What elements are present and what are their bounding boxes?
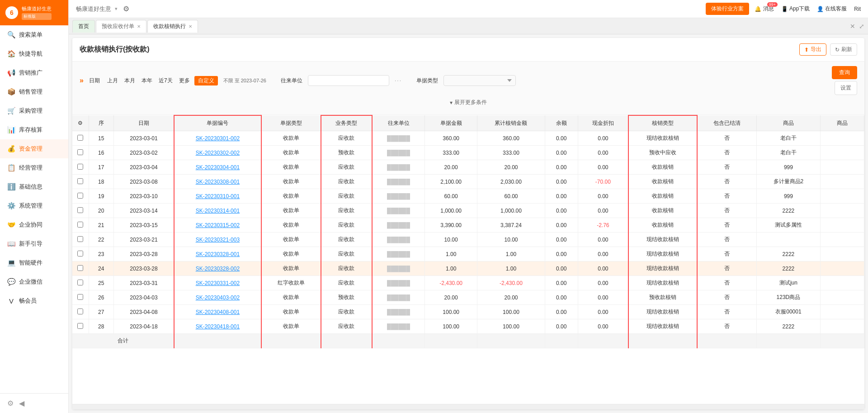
industry-solution-button[interactable]: 体验行业方案 (706, 3, 749, 15)
table-row[interactable]: 22 2023-03-21 SK-20230321-003 收款单 应收款 ██… (72, 233, 864, 247)
filter-this-year[interactable]: 本年 (140, 76, 154, 85)
table-row[interactable]: 26 2023-04-03 SK-20230403-002 收款单 预收款 ██… (72, 290, 864, 305)
tab-close-all-icon[interactable]: ✕ (850, 23, 855, 30)
tab-prepay-close[interactable]: ✕ (137, 24, 141, 29)
table-row[interactable]: 16 2023-03-02 SK-20230302-002 收款单 预收款 ██… (72, 146, 864, 160)
export-button[interactable]: ⬆ 导出 (799, 43, 826, 56)
refresh-button[interactable]: ↻ 刷新 (830, 43, 857, 56)
filter-dots[interactable]: ··· (395, 77, 402, 84)
td-discount: 0.00 (578, 305, 628, 319)
voucher-no-link[interactable]: SK-20230321-003 (196, 237, 240, 243)
table-row[interactable]: 24 2023-03-28 SK-20230328-002 收款单 应收款 ██… (72, 261, 864, 276)
tab-home[interactable]: 首页 (72, 20, 95, 33)
voucher-no-link[interactable]: SK-20230308-001 (196, 179, 240, 185)
voucher-no-link[interactable]: SK-20230310-001 (196, 193, 240, 199)
td-checkbox[interactable] (72, 305, 89, 319)
service-icon: 👤 (817, 6, 824, 12)
sidebar-item-wechat[interactable]: 💬企业微信 (0, 272, 68, 291)
sidebar-item-operation[interactable]: 📋经营管理 (0, 158, 68, 177)
td-checkbox[interactable] (72, 160, 89, 175)
settings-icon[interactable]: ⚙ (7, 399, 14, 408)
td-checkbox[interactable] (72, 204, 89, 218)
sidebar-item-finance[interactable]: 💰资金管理 (0, 139, 68, 158)
voucher-no-link[interactable]: SK-20230328-001 (196, 251, 240, 257)
voucher-no-link[interactable]: SK-20230328-002 (196, 266, 240, 272)
sidebar-item-label: 销售管理 (19, 88, 42, 96)
message-button[interactable]: 🔔 消息 99+ (755, 5, 774, 13)
filter-7days[interactable]: 近7天 (157, 76, 175, 85)
voucher-no-link[interactable]: SK-20230408-001 (196, 309, 240, 315)
td-checkbox[interactable] (72, 218, 89, 233)
table-row[interactable]: 23 2023-03-28 SK-20230328-001 收款单 应收款 ██… (72, 247, 864, 261)
sidebar-item-enterprise[interactable]: 🤝企业协同 (0, 215, 68, 234)
table-row[interactable]: 20 2023-03-14 SK-20230314-001 收款单 应收款 ██… (72, 204, 864, 218)
query-button[interactable]: 查询 (832, 66, 857, 79)
td-checkbox[interactable] (72, 276, 89, 290)
filter-last-month[interactable]: 上月 (105, 76, 120, 85)
tab-collection-close[interactable]: ✕ (189, 24, 192, 29)
td-checkbox[interactable] (72, 319, 89, 334)
sidebar-item-basic[interactable]: ℹ️基础信息 (0, 177, 68, 196)
voucher-no-link[interactable]: SK-20230331-002 (196, 280, 240, 286)
topbar-gear-icon[interactable]: ⚙ (123, 5, 129, 13)
table-row[interactable]: 21 2023-03-15 SK-20230315-002 收款单 应收款 ██… (72, 218, 864, 233)
filter-custom[interactable]: 自定义 (194, 76, 218, 85)
tab-collection[interactable]: 收款核销执行 ✕ (147, 20, 198, 33)
td-partner: ██████ (372, 233, 425, 247)
online-service-button[interactable]: 👤 在线客服 (817, 5, 847, 13)
filter-voucher-type-select[interactable] (443, 75, 516, 86)
footer-goods (756, 334, 820, 348)
sidebar-item-quicknav[interactable]: 🏠快捷导航 (0, 44, 68, 63)
settings-button[interactable]: 设置 (835, 81, 857, 95)
voucher-no-link[interactable]: SK-20230302-002 (196, 150, 240, 156)
table-scrollbar[interactable] (72, 404, 864, 409)
sidebar-item-hardware[interactable]: 💻智能硬件 (0, 253, 68, 272)
voucher-no-link[interactable]: SK-20230315-002 (196, 222, 240, 228)
td-checkbox[interactable] (72, 290, 89, 305)
sidebar-item-marketing[interactable]: 📢营销推广 (0, 63, 68, 82)
th-gear[interactable]: ⚙ (72, 115, 89, 131)
table-row[interactable]: 25 2023-03-31 SK-20230331-002 红字收款单 应收款 … (72, 276, 864, 290)
td-include-settled: 否 (697, 146, 756, 160)
app-download-button[interactable]: 📱 App下载 (781, 5, 810, 13)
table-row[interactable]: 27 2023-04-08 SK-20230408-001 收款单 应收款 ██… (72, 305, 864, 319)
td-biz-type: 应收款 (321, 247, 372, 261)
voucher-no-link[interactable]: SK-20230403-002 (196, 294, 240, 301)
voucher-no-link[interactable]: SK-20230314-001 (196, 208, 240, 214)
tab-expand-icon[interactable]: ⤢ (859, 23, 864, 30)
dropdown-icon[interactable]: ▾ (115, 6, 118, 12)
td-checkbox[interactable] (72, 233, 89, 247)
filter-partner-input[interactable] (308, 75, 389, 86)
td-checkbox[interactable] (72, 247, 89, 261)
voucher-no-link[interactable]: SK-20230304-001 (196, 164, 240, 171)
td-checkbox[interactable] (72, 131, 89, 146)
voucher-no-link[interactable]: SK-20230418-001 (196, 323, 240, 330)
td-checkbox[interactable] (72, 189, 89, 204)
table-row[interactable]: 15 2023-03-01 SK-20230301-002 收款单 应收款 ██… (72, 131, 864, 146)
table-row[interactable]: 28 2023-04-18 SK-20230418-001 收款单 应收款 ██… (72, 319, 864, 334)
td-checkbox[interactable] (72, 261, 89, 276)
operation-icon: 📋 (7, 164, 15, 172)
tab-prepay[interactable]: 预收应收付单 ✕ (96, 20, 146, 33)
td-checkbox[interactable] (72, 175, 89, 189)
table-row[interactable]: 19 2023-03-10 SK-20230310-001 收款单 应收款 ██… (72, 189, 864, 204)
sidebar-item-inventory[interactable]: 📊库存核算 (0, 120, 68, 139)
voucher-no-link[interactable]: SK-20230301-002 (196, 135, 240, 142)
filter-more[interactable]: 更多 (177, 76, 192, 85)
table-row[interactable]: 17 2023-03-04 SK-20230304-001 收款单 应收款 ██… (72, 160, 864, 175)
sidebar-item-sales[interactable]: 📦销售管理 (0, 82, 68, 101)
td-checkbox[interactable] (72, 146, 89, 160)
filter-expand-arrow[interactable]: » (80, 76, 84, 85)
td-balance: 0.00 (545, 261, 578, 276)
table-row[interactable]: 18 2023-03-08 SK-20230308-001 收款单 应收款 ██… (72, 175, 864, 189)
sidebar-item-search[interactable]: 🔍搜索菜单 (0, 25, 68, 44)
sidebar-item-member[interactable]: V畅会员 (0, 291, 68, 310)
filter-this-month[interactable]: 本月 (123, 76, 137, 85)
sidebar-item-purchase[interactable]: 🛒采购管理 (0, 101, 68, 120)
expand-conditions-button[interactable]: ▾ 展开更多条件 (450, 97, 487, 108)
sidebar-item-guide[interactable]: 📖新手引导 (0, 234, 68, 253)
td-discount: 0.00 (578, 160, 628, 175)
collapse-icon[interactable]: ◀ (19, 399, 24, 408)
wechat-icon: 💬 (7, 278, 15, 286)
sidebar-item-system[interactable]: ⚙️系统管理 (0, 196, 68, 215)
